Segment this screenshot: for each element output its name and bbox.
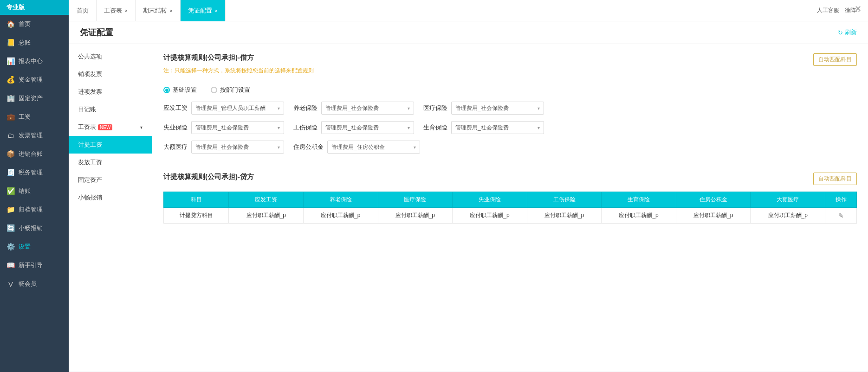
field-select-大额医疗[interactable]: 管理费用_社会保险费 ▾ — [191, 141, 284, 154]
field-select-住房公积金[interactable]: 管理费用_住房公积金 ▾ — [327, 141, 420, 154]
sidebar-icon-report-center: 📊 — [6, 57, 15, 65]
chevron-down-icon: ▾ — [538, 106, 540, 111]
left-nav-item-purchase-invoice[interactable]: 进项发票 — [69, 83, 152, 101]
sidebar-icon-purchase-sales: 📦 — [6, 150, 15, 158]
sidebar-icon-tax-management: 🧾 — [6, 168, 15, 177]
sidebar-item-purchase-sales[interactable]: 📦进销台账 — [0, 145, 69, 163]
table-row: 计提贷方科目应付职工薪酬_p应付职工薪酬_p应付职工薪酬_p应付职工薪酬_p应付… — [164, 208, 857, 224]
field-select-应发工资[interactable]: 管理费用_管理人员职工薪酬 ▾ — [191, 102, 284, 115]
row-value-0[interactable]: 应付职工薪酬_p — [229, 208, 304, 224]
new-badge-payroll-table: NEW — [98, 124, 112, 130]
tab-home[interactable]: 首页 — [69, 0, 97, 21]
sidebar-item-general-ledger[interactable]: 📒总账 — [0, 33, 69, 52]
edit-icon[interactable]: ✎ — [838, 212, 844, 219]
field-select-工伤保险[interactable]: 管理费用_社会保险费 ▾ — [321, 121, 414, 134]
user-service[interactable]: 人工客服 — [817, 6, 839, 14]
field-select-value: 管理费用_社会保险费 — [325, 104, 379, 112]
sidebar-item-invoice-management[interactable]: 🗂发票管理 — [0, 126, 69, 145]
sidebar-item-home[interactable]: 🏠首页 — [0, 15, 69, 33]
refresh-label: 刷新 — [845, 28, 857, 37]
tab-salary-table[interactable]: 工资表 × — [97, 0, 136, 21]
field-select-医疗保险[interactable]: 管理费用_社会保险费 ▾ — [451, 102, 544, 115]
left-nav-label-sales-invoice: 销项发票 — [78, 70, 102, 78]
sidebar-item-archive-management[interactable]: 📁归档管理 — [0, 200, 69, 219]
row-value-2[interactable]: 应付职工薪酬_p — [378, 208, 453, 224]
sidebar-item-small-report[interactable]: 🔄小畅报销 — [0, 219, 69, 237]
sidebar-item-fixed-assets[interactable]: 🏢固定资产 — [0, 89, 69, 108]
field-label: 工伤保险 — [293, 123, 317, 132]
row-value-6[interactable]: 应付职工薪酬_p — [676, 208, 751, 224]
left-nav-item-calc-salary[interactable]: 计提工资 — [69, 136, 152, 154]
left-nav-label-fixed-assets: 固定资产 — [78, 176, 102, 184]
radio-group: 基础设置 按部门设置 — [163, 86, 857, 94]
left-nav-item-journal[interactable]: 日记账 — [69, 101, 152, 118]
sidebar-icon-fund-management: 💰 — [6, 76, 15, 84]
field-select-生育保险[interactable]: 管理费用_社会保险费 ▾ — [451, 121, 544, 134]
field-select-value: 管理费用_住房公积金 — [331, 143, 385, 151]
left-nav-item-fixed-assets[interactable]: 固定资产 — [69, 171, 152, 189]
sidebar-item-label-tax-management: 税务管理 — [19, 168, 43, 177]
sidebar-item-label-fixed-assets: 固定资产 — [19, 94, 43, 103]
field-label: 住房公积金 — [293, 143, 324, 151]
refresh-button[interactable]: ↻ 刷新 — [838, 28, 857, 37]
section-credit: 计提核算规则(公司承担)-贷方 自动匹配科目 科目应发工资养老保险医疗保险失业保… — [163, 173, 857, 224]
sidebar-icon-home: 🏠 — [6, 20, 15, 28]
left-nav-item-payroll-table[interactable]: 工资表NEW▾ — [69, 118, 152, 136]
sidebar-item-tax-management[interactable]: 🧾税务管理 — [0, 163, 69, 182]
left-nav-label-public-options: 公共选项 — [78, 52, 102, 61]
tab-close-salary-table[interactable]: × — [125, 8, 128, 13]
tab-close-voucher-config[interactable]: × — [215, 8, 218, 13]
field-失业保险: 失业保险 管理费用_社会保险费 ▾ — [163, 121, 284, 134]
auto-match-credit-button[interactable]: 自动匹配科目 — [813, 173, 857, 185]
auto-match-debit-button[interactable]: 自动匹配科目 — [813, 53, 857, 66]
left-nav-item-public-options[interactable]: 公共选项 — [69, 48, 152, 65]
row-action[interactable]: ✎ — [825, 208, 857, 224]
section-credit-title: 计提核算规则(公司承担)-贷方 — [163, 173, 254, 181]
left-nav-item-small-expense[interactable]: 小畅报销 — [69, 189, 152, 206]
field-应发工资: 应发工资 管理费用_管理人员职工薪酬 ▾ — [163, 102, 284, 115]
row-value-5[interactable]: 应付职工薪酬_p — [602, 208, 676, 224]
tab-close-period-close[interactable]: × — [170, 8, 173, 13]
sidebar-item-report-center[interactable]: 📊报表中心 — [0, 52, 69, 71]
sidebar-item-label-report-center: 报表中心 — [19, 57, 43, 65]
field-大额医疗: 大额医疗 管理费用_社会保险费 ▾ — [163, 141, 284, 154]
sidebar-item-settings[interactable]: ⚙️设置 — [0, 237, 69, 256]
sidebar-icon-vip: V — [6, 280, 15, 288]
tab-voucher-config[interactable]: 凭证配置 × — [181, 0, 226, 21]
col-header-科目: 科目 — [164, 192, 229, 208]
debit-row-3: 大额医疗 管理费用_社会保险费 ▾ 住房公积金 管理费用_住房公积金 ▾ — [163, 141, 857, 154]
sidebar-item-salary[interactable]: 💼工资 — [0, 108, 69, 126]
field-养老保险: 养老保险 管理费用_社会保险费 ▾ — [293, 102, 414, 115]
sidebar-icon-salary: 💼 — [6, 113, 15, 121]
radio-by-dept-label: 按部门设置 — [220, 86, 250, 94]
field-select-value: 管理费用_社会保险费 — [195, 143, 249, 151]
row-value-1[interactable]: 应付职工薪酬_p — [303, 208, 378, 224]
sidebar-item-label-new-guide: 新手引导 — [19, 261, 43, 269]
field-select-失业保险[interactable]: 管理费用_社会保险费 ▾ — [191, 121, 284, 134]
tab-label-period-close: 期末结转 — [143, 6, 167, 15]
row-value-4[interactable]: 应付职工薪酬_p — [527, 208, 602, 224]
radio-basic-label: 基础设置 — [173, 86, 197, 94]
tab-period-close[interactable]: 期末结转 × — [136, 0, 181, 21]
sidebar-item-label-salary: 工资 — [19, 113, 31, 121]
sidebar-item-fund-management[interactable]: 💰资金管理 — [0, 71, 69, 89]
radio-by-dept[interactable]: 按部门设置 — [211, 86, 250, 94]
sidebar-icon-invoice-management: 🗂 — [6, 132, 15, 140]
debit-row-2: 失业保险 管理费用_社会保险费 ▾ 工伤保险 管理费用_社会保险费 ▾ 生育保险… — [163, 121, 857, 134]
sidebar-item-label-settings: 设置 — [19, 243, 31, 251]
field-医疗保险: 医疗保险 管理费用_社会保险费 ▾ — [423, 102, 544, 115]
left-nav-label-purchase-invoice: 进项发票 — [78, 88, 102, 96]
sidebar-item-new-guide[interactable]: 📖新手引导 — [0, 256, 69, 275]
left-nav-item-sales-invoice[interactable]: 销项发票 — [69, 65, 152, 83]
field-select-养老保险[interactable]: 管理费用_社会保险费 ▾ — [321, 102, 414, 115]
row-value-7[interactable]: 应付职工薪酬_p — [751, 208, 825, 224]
window-close-button[interactable]: ✕ — [848, 0, 868, 18]
sidebar-icon-new-guide: 📖 — [6, 261, 15, 269]
left-nav-item-pay-salary[interactable]: 发放工资 — [69, 154, 152, 171]
radio-basic[interactable]: 基础设置 — [163, 86, 197, 94]
sidebar-item-vip[interactable]: V畅会员 — [0, 275, 69, 293]
row-value-3[interactable]: 应付职工薪酬_p — [453, 208, 527, 224]
sidebar-item-closing[interactable]: ✅结账 — [0, 182, 69, 200]
section-debit: 计提核算规则(公司承担)-借方 注：只能选择一种方式，系统将按照您当前的选择来配… — [163, 53, 857, 154]
sidebar-item-label-archive-management: 归档管理 — [19, 205, 43, 214]
